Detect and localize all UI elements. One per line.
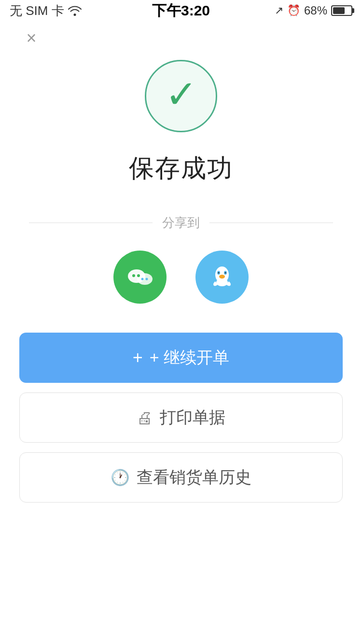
success-title: 保存成功 (129, 152, 233, 185)
history-label: 查看销货单历史 (137, 466, 251, 489)
plus-icon: + (133, 348, 143, 368)
print-icon: 🖨 (137, 408, 153, 427)
status-left: 无 SIM 卡 (10, 2, 82, 19)
continue-order-button[interactable]: + + 继续开单 (19, 333, 343, 383)
history-button[interactable]: 🕐 查看销货单历史 (19, 452, 343, 503)
location-icon: ↗ (275, 4, 283, 17)
history-icon: 🕐 (111, 468, 130, 487)
svg-point-2 (132, 274, 135, 277)
svg-point-10 (225, 272, 226, 274)
status-time: 下午3:20 (152, 1, 210, 21)
wechat-icon (125, 262, 156, 293)
share-label: 分享到 (153, 214, 209, 231)
print-button[interactable]: 🖨 打印单据 (19, 392, 343, 443)
qq-icon (208, 263, 236, 291)
no-sim-text: 无 SIM 卡 (10, 2, 64, 19)
share-divider: 分享到 (0, 214, 362, 231)
print-label: 打印单据 (160, 406, 225, 429)
divider-line-left (29, 223, 153, 223)
svg-point-11 (219, 275, 225, 279)
divider-line-right (209, 223, 333, 223)
wechat-share-button[interactable] (113, 251, 167, 304)
status-bar: 无 SIM 卡 下午3:20 ↗ ⏰ 68% (0, 0, 362, 21)
qq-share-button[interactable] (195, 251, 249, 304)
share-icons-row (113, 251, 249, 304)
close-icon: × (26, 29, 36, 47)
battery-text: 68% (304, 4, 327, 17)
success-circle: ✓ (145, 60, 217, 132)
alarm-icon: ⏰ (287, 4, 300, 17)
continue-order-label: + 继续开单 (150, 347, 229, 369)
checkmark-icon: ✓ (165, 75, 197, 114)
action-buttons: + + 继续开单 🖨 打印单据 🕐 查看销货单历史 (0, 333, 362, 503)
svg-point-9 (218, 272, 220, 274)
svg-point-5 (145, 278, 148, 280)
status-right: ↗ ⏰ 68% (275, 4, 352, 17)
close-button[interactable]: × (19, 26, 43, 50)
wifi-icon (68, 5, 82, 16)
battery-indicator (331, 5, 352, 16)
svg-point-4 (141, 278, 143, 280)
svg-point-3 (137, 274, 140, 277)
main-content: ✓ 保存成功 分享到 (0, 21, 362, 503)
